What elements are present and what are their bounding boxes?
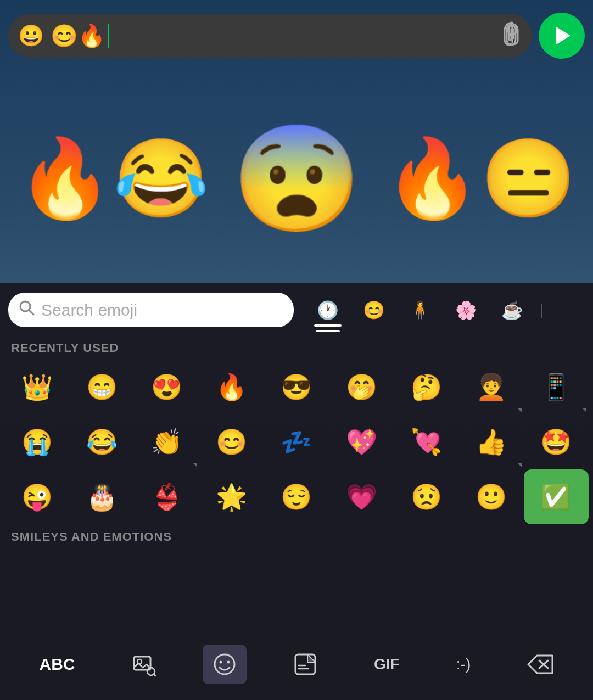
emoji-keyboard-button[interactable] — [203, 645, 247, 684]
sticker-button[interactable] — [283, 645, 327, 684]
expand-arrow-icon — [517, 408, 522, 412]
emoji-thinking[interactable]: 🤔 — [394, 360, 458, 415]
emoji-sparkle-heart[interactable]: 💖 — [329, 415, 394, 469]
emoji-bikini[interactable]: 👙 — [134, 469, 199, 524]
suggestion-emoji-1[interactable]: 🔥😂 — [17, 140, 209, 217]
svg-rect-11 — [295, 654, 315, 674]
emoji-crown[interactable]: 👑 — [4, 360, 69, 415]
suggestion-emoji-3[interactable]: 🔥😑 — [384, 140, 577, 217]
emoji-grid-recent: 👑 😁 😍 🔥 😎 🤭 🤔 🧑‍🦱 📱 😭 😂 👏 😊 💤 💖 💘 👍 — [0, 360, 593, 524]
emoji-squinting-tongue[interactable]: 😜 — [4, 469, 69, 524]
search-icon — [19, 300, 35, 320]
emoji-relieved[interactable]: 😌 — [264, 469, 329, 524]
svg-point-9 — [219, 661, 222, 664]
emoji-person-raise-hand[interactable]: 🧑‍🦱 — [459, 360, 524, 415]
search-input-wrapper[interactable]: Search emoji — [8, 293, 294, 327]
tab-smileys[interactable]: 😊 — [351, 294, 397, 326]
message-input-bar: 😀 😊🔥 — [0, 0, 593, 71]
suggestion-emoji-2[interactable]: 😨 — [232, 126, 362, 231]
section-label-smileys: SMILEYS AND EMOTIONS — [0, 524, 593, 544]
input-text-area: 😊🔥 — [51, 23, 496, 49]
emoji-hand-over-mouth[interactable]: 🤭 — [329, 360, 394, 415]
image-search-button[interactable] — [122, 645, 166, 684]
abc-keyboard-button[interactable]: ABC — [30, 647, 85, 681]
emoji-phone[interactable]: 📱 — [524, 360, 589, 415]
emoji-thumbsup[interactable]: 👍 — [459, 415, 524, 469]
input-emoji-content: 😊🔥 — [51, 23, 105, 49]
emoji-grin[interactable]: 😁 — [69, 360, 134, 415]
emoji-star-struck[interactable]: 🤩 — [524, 415, 589, 469]
svg-line-3 — [29, 310, 33, 315]
ascii-emoticon-button[interactable]: :-) — [446, 648, 480, 681]
emoji-worried[interactable]: 😟 — [394, 469, 458, 524]
expand-arrow-icon — [517, 463, 522, 467]
svg-line-7 — [154, 674, 156, 676]
emoji-clapping[interactable]: 👏 — [134, 415, 199, 469]
expand-arrow-icon — [193, 463, 197, 467]
attach-icon[interactable] — [502, 21, 522, 50]
svg-point-8 — [215, 654, 234, 674]
emoji-joy[interactable]: 😂 — [69, 415, 134, 469]
emoji-search-bar: Search emoji 🕐 😊 🧍 🌸 ☕ | — [0, 283, 593, 333]
emoji-blush[interactable]: 😊 — [199, 415, 264, 469]
emoji-fire[interactable]: 🔥 — [199, 360, 264, 415]
emoji-pink-heart[interactable]: 💗 — [329, 469, 394, 524]
emoji-keyboard-panel: Search emoji 🕐 😊 🧍 🌸 ☕ | RECENTLY USE — [0, 283, 593, 700]
expand-arrow-icon — [582, 408, 586, 412]
send-button[interactable] — [539, 13, 585, 59]
backspace-button[interactable] — [517, 647, 563, 682]
svg-point-10 — [227, 661, 230, 664]
emoji-zzz[interactable]: 💤 — [264, 415, 329, 469]
emoji-suggestions-area: 🔥😂 😨 🔥😑 — [0, 71, 593, 285]
emoji-slightly-smiling[interactable]: 🙂 — [459, 469, 524, 524]
tab-nature[interactable]: 🌸 — [443, 294, 489, 326]
section-label-recent: RECENTLY USED — [0, 333, 593, 360]
gif-button[interactable]: GIF — [364, 648, 410, 681]
keyboard-bottom-bar: ABC GIF — [0, 629, 593, 700]
emoji-birthday-cake[interactable]: 🎂 — [69, 469, 134, 524]
text-cursor — [108, 24, 109, 48]
emoji-sun[interactable]: 🌟 — [199, 469, 264, 524]
tab-recent[interactable]: 🕐 — [305, 294, 351, 326]
send-arrow-icon — [556, 27, 570, 44]
emoji-toggle-icon[interactable]: 😀 — [18, 24, 44, 48]
emoji-confirm-button[interactable]: ✅ — [524, 469, 589, 524]
emoji-loudly-crying[interactable]: 😭 — [4, 415, 69, 469]
search-placeholder-text: Search emoji — [41, 301, 283, 320]
emoji-heart-eyes[interactable]: 😍 — [134, 360, 199, 415]
emoji-heart-arrow[interactable]: 💘 — [394, 415, 458, 469]
input-container[interactable]: 😀 😊🔥 — [8, 14, 532, 58]
emoji-sunglasses[interactable]: 😎 — [264, 360, 329, 415]
tab-people[interactable]: 🧍 — [397, 294, 443, 326]
tab-food[interactable]: ☕ — [489, 294, 535, 326]
